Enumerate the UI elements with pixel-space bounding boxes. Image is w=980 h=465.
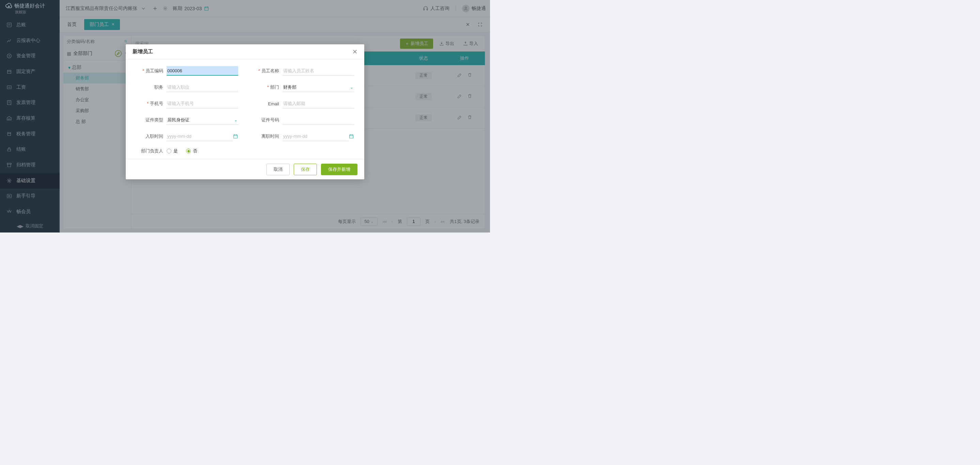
- email-label: Email: [268, 101, 279, 107]
- idno-input[interactable]: [283, 115, 354, 125]
- save-and-new-button[interactable]: 保存并新增: [321, 164, 358, 175]
- chevron-down-icon: ⌄: [350, 85, 353, 90]
- title-label: 职务: [154, 84, 163, 90]
- employee-name-input[interactable]: [283, 66, 354, 76]
- dept-select[interactable]: 财务部 ⌄: [283, 83, 354, 92]
- btn-label: 保存: [301, 166, 310, 172]
- phone-input[interactable]: [167, 99, 238, 108]
- modal-title: 新增员工: [132, 48, 153, 55]
- leader-yes-radio[interactable]: 是: [167, 148, 178, 154]
- add-employee-modal: 新增员工 ✕ *员工编码 *员工名称 职务 *: [126, 44, 364, 179]
- leader-no-radio[interactable]: 否: [186, 148, 197, 154]
- radio-label: 是: [173, 148, 178, 154]
- leave-date-input[interactable]: [283, 132, 348, 141]
- radio-label: 否: [193, 148, 197, 154]
- calendar-icon[interactable]: [348, 134, 354, 139]
- save-button[interactable]: 保存: [294, 164, 317, 175]
- idtype-label: 证件类型: [145, 117, 163, 123]
- join-date-input[interactable]: [167, 132, 233, 141]
- dept-field-label: 部门: [270, 84, 279, 90]
- idtype-select[interactable]: 居民身份证 ⌄: [167, 115, 238, 125]
- svg-rect-17: [350, 135, 353, 138]
- idtype-value: 居民身份证: [167, 117, 189, 123]
- svg-rect-16: [234, 135, 237, 138]
- modal-overlay: 新增员工 ✕ *员工编码 *员工名称 职务 *: [0, 0, 490, 232]
- chevron-down-icon: ⌄: [234, 118, 237, 123]
- idno-label: 证件号码: [261, 117, 279, 123]
- code-label: 员工编码: [145, 68, 163, 73]
- name-label: 员工名称: [261, 68, 279, 73]
- dept-select-value: 财务部: [283, 84, 296, 90]
- employee-code-input[interactable]: [167, 66, 238, 76]
- calendar-icon[interactable]: [233, 134, 238, 139]
- btn-label: 取消: [274, 166, 283, 172]
- leave-label: 离职时间: [261, 134, 279, 139]
- join-label: 入职时间: [145, 134, 163, 139]
- modal-close-icon[interactable]: ✕: [352, 48, 358, 56]
- cancel-button[interactable]: 取消: [266, 164, 290, 175]
- leader-label: 部门负责人: [141, 148, 163, 153]
- job-title-input[interactable]: [167, 83, 238, 92]
- email-input[interactable]: [283, 99, 354, 108]
- phone-label: 手机号: [150, 101, 163, 106]
- btn-label: 保存并新增: [328, 166, 350, 172]
